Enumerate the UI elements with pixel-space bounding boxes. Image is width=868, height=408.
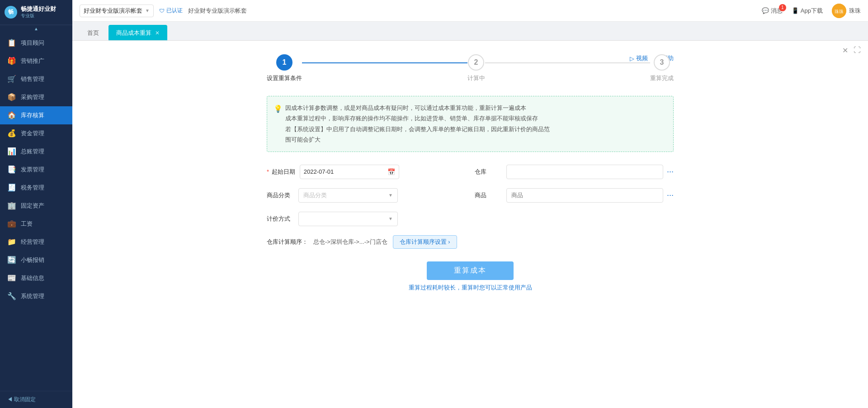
warehouse-input[interactable]	[506, 165, 663, 179]
sidebar-logo: 畅 畅捷通好业财 专业版	[0, 0, 72, 25]
product-input-wrapper: ···	[506, 188, 674, 203]
company-name: 好业财专业版演示帐套	[188, 7, 247, 15]
project-icon: 📋	[7, 38, 16, 47]
steps-section: 1 设置重算条件 2 计算中 3	[267, 54, 674, 82]
product-group: 商品 ···	[475, 188, 674, 203]
sales-icon: 🛒	[7, 75, 16, 84]
sidebar-nav: 📋 项目顾问 🎁 营销推广 🛒 销售管理 📦 采购管理 🏠 库存核算 💰 资金管…	[0, 32, 72, 391]
sidebar-item-marketing[interactable]: 🎁 营销推广	[0, 52, 72, 70]
sidebar-item-payroll[interactable]: 💼 工资	[0, 215, 72, 233]
sidebar-item-purchase[interactable]: 📦 采购管理	[0, 88, 72, 106]
category-chevron-icon: ▼	[388, 193, 393, 198]
category-select[interactable]: 商品分类 ▼	[298, 188, 398, 203]
product-label: 商品	[475, 191, 502, 199]
sidebar-item-project[interactable]: 📋 项目顾问	[0, 34, 72, 52]
form-row-2: 商品分类 商品分类 ▼ 商品 ···	[267, 188, 674, 203]
basic-icon: 📰	[7, 274, 16, 283]
sidebar-item-label-ops: 经营管理	[21, 238, 44, 246]
sidebar-item-label-invoice: 发票管理	[21, 166, 44, 174]
sidebar-item-basic[interactable]: 📰 基础信息	[0, 269, 72, 287]
expand-window-icon[interactable]: ⛶	[854, 46, 861, 55]
warehouse-input-wrapper: ···	[506, 165, 674, 179]
user-profile-button[interactable]: 珠珠 珠珠	[832, 4, 861, 18]
sidebar-item-label-finance: 资金管理	[21, 129, 44, 138]
avatar: 珠珠	[832, 4, 846, 18]
invoice-icon: 📑	[7, 165, 16, 174]
close-window-icon[interactable]: ✕	[842, 46, 848, 55]
window-controls: ✕ ⛶	[842, 46, 861, 55]
step-line-2	[485, 62, 651, 63]
video-label: 视频	[636, 54, 648, 62]
svg-text:珠珠: 珠珠	[835, 9, 844, 14]
step-line-1	[302, 62, 467, 63]
start-date-group: * 起始日期 📅	[267, 165, 466, 179]
assets-icon: 🏢	[7, 201, 16, 210]
app-download-button[interactable]: 📱 App下载	[792, 7, 823, 15]
sidebar-unpin-button[interactable]: ◀ 取消固定	[0, 391, 72, 408]
tab-recalc[interactable]: 商品成本重算 ✕	[108, 25, 167, 40]
step-3: 3 重算完成	[650, 54, 674, 82]
content-inner: ✕ ⛶ 1 设置重算条件 2	[72, 41, 868, 408]
logo-text-block: 畅捷通好业财 专业版	[21, 5, 56, 19]
notice-line-2: 成本重算过程中，影响库存账的操作均不能操作，比如进货单、销货单、库存单据不能审核…	[285, 113, 666, 123]
sidebar-item-sales[interactable]: 🛒 销售管理	[0, 70, 72, 88]
pricing-select[interactable]: ▼	[298, 212, 398, 226]
sidebar-item-ops[interactable]: 📁 经营管理	[0, 233, 72, 251]
phone-icon: 📱	[792, 7, 799, 14]
sidebar-item-expense[interactable]: 🔄 小畅报销	[0, 251, 72, 269]
sidebar-item-label-sales: 销售管理	[21, 75, 44, 83]
purchase-icon: 📦	[7, 93, 16, 102]
account-name: 好业财专业版演示帐套	[84, 7, 142, 15]
notice-icon: 💡	[274, 103, 283, 116]
calendar-icon[interactable]: 📅	[387, 168, 395, 176]
video-link[interactable]: ▷ 视频	[630, 54, 648, 62]
notice-line-1: 因成本计算参数调整，或是对商品成本有疑问时，可以通过成本重算功能，重新计算一遍成…	[285, 103, 666, 113]
account-chevron-icon: ▼	[145, 8, 150, 13]
warehouse-label: 仓库	[475, 168, 502, 176]
start-date-input-wrapper[interactable]: 📅	[300, 165, 399, 179]
sidebar-item-accounting[interactable]: 📊 总账管理	[0, 142, 72, 161]
warehouse-order-prefix: 仓库计算顺序：	[267, 238, 308, 246]
pricing-group: 计价方式 ▼	[267, 212, 466, 226]
product-input[interactable]	[506, 188, 663, 203]
tab-home-label: 首页	[87, 29, 99, 37]
account-selector[interactable]: 好业财专业版演示帐套 ▼	[80, 5, 154, 17]
logo-title: 畅捷通好业财	[21, 5, 56, 13]
sidebar-item-invoice[interactable]: 📑 发票管理	[0, 161, 72, 179]
expense-icon: 🔄	[7, 256, 16, 265]
category-placeholder: 商品分类	[303, 191, 388, 199]
form-row-3: 计价方式 ▼	[267, 212, 674, 226]
sidebar-item-label-marketing: 营销推广	[21, 57, 44, 65]
start-date-label: * 起始日期	[267, 168, 295, 176]
sidebar-item-assets[interactable]: 🏢 固定资产	[0, 197, 72, 215]
warehouse-order-settings-button[interactable]: 仓库计算顺序设置 ›	[393, 235, 457, 249]
pricing-label: 计价方式	[267, 215, 294, 223]
sidebar-item-label-expense: 小畅报销	[21, 256, 44, 264]
sidebar-item-system[interactable]: 🔧 系统管理	[0, 287, 72, 305]
product-dots-button[interactable]: ···	[667, 190, 674, 200]
recalc-button[interactable]: 重算成本	[427, 261, 514, 280]
tab-home[interactable]: 首页	[80, 25, 107, 40]
sidebar-item-label-tax: 税务管理	[21, 184, 44, 192]
sidebar-item-finance[interactable]: 💰 资金管理	[0, 124, 72, 142]
sidebar-item-label-accounting: 总账管理	[21, 147, 44, 156]
tax-icon: 🧾	[7, 183, 16, 192]
tab-close-icon[interactable]: ✕	[155, 30, 160, 36]
notice-line-4: 围可能会扩大	[285, 134, 666, 145]
step-circle-1: 1	[276, 54, 292, 71]
category-label: 商品分类	[267, 191, 294, 199]
sidebar-item-label-assets: 固定资产	[21, 202, 44, 210]
payroll-icon: 💼	[7, 219, 16, 228]
main-area: 好业财专业版演示帐套 ▼ 🛡 已认证 好业财专业版演示帐套 💬 消息 1 📱 A…	[72, 0, 868, 408]
sidebar-scroll-up[interactable]: ▲	[0, 25, 72, 32]
user-name: 珠珠	[849, 7, 861, 15]
play-icon: ▷	[630, 55, 634, 62]
message-button[interactable]: 💬 消息 1	[762, 7, 783, 15]
shield-icon: 🛡	[159, 8, 165, 14]
sidebar-item-tax[interactable]: 🧾 税务管理	[0, 179, 72, 197]
sidebar-item-inventory[interactable]: 🏠 库存核算	[0, 106, 72, 124]
start-date-input[interactable]	[304, 168, 385, 175]
sidebar-item-label-basic: 基础信息	[21, 274, 44, 282]
warehouse-order-btn-label: 仓库计算顺序设置 ›	[400, 238, 450, 246]
warehouse-dots-button[interactable]: ···	[667, 167, 674, 176]
